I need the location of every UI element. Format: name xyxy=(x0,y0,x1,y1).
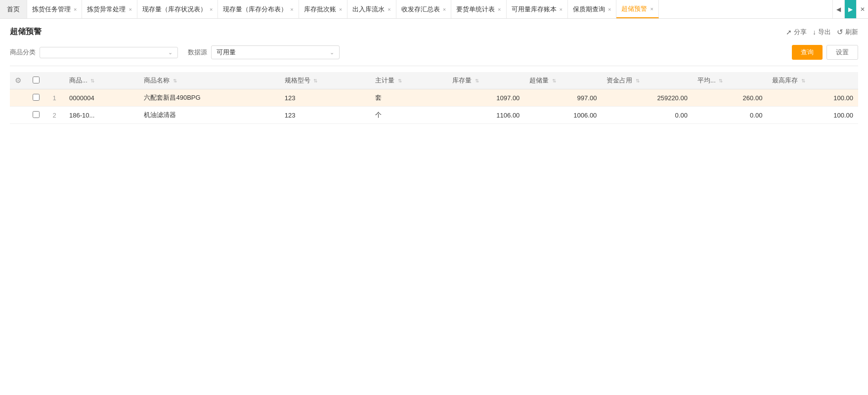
refresh-button[interactable]: ↺ 刷新 xyxy=(837,28,858,37)
table-header-row: ⚙ 商品... ⇅ 商品名称 ⇅ 规格型号 ⇅ xyxy=(10,72,858,89)
td-product-code-0: 0000004 xyxy=(64,89,139,107)
th-avg[interactable]: 平均... ⇅ xyxy=(693,72,767,89)
nav-tab-label-tab8: 要货单统计表 xyxy=(456,5,495,14)
td-checkbox-0[interactable] xyxy=(28,89,44,107)
th-product-code[interactable]: 商品... ⇅ xyxy=(64,72,139,89)
row-checkbox-0[interactable] xyxy=(33,94,40,101)
export-label: 导出 xyxy=(818,28,831,37)
th-spec-label: 规格型号 xyxy=(285,77,310,84)
nav-tab-close-tab10[interactable]: × xyxy=(608,6,611,12)
nav-tab-tab4[interactable]: 现存量（库存分布表）× xyxy=(218,0,299,18)
nav-arrows: ◀ ▶ ✕ xyxy=(832,0,868,18)
nav-tab-tab3[interactable]: 现存量（库存状况表）× xyxy=(137,0,218,18)
th-unit-label: 主计量 xyxy=(375,77,394,84)
th-max-stock[interactable]: 最高库存 ⇅ xyxy=(767,72,858,89)
datasource-select[interactable]: 可用量 ⌄ xyxy=(211,45,340,59)
td-rownum-1: 2 xyxy=(44,107,64,124)
divider xyxy=(10,66,858,66)
settings-button[interactable]: 设置 xyxy=(826,45,858,60)
export-button[interactable]: ↓ 导出 xyxy=(813,28,831,37)
th-stock[interactable]: 库存量 ⇅ xyxy=(447,72,524,89)
row-checkbox-1[interactable] xyxy=(33,111,40,118)
th-gear[interactable]: ⚙ xyxy=(10,72,28,89)
nav-arrow-close[interactable]: ✕ xyxy=(856,0,868,18)
gear-icon[interactable]: ⚙ xyxy=(15,76,21,84)
nav-tab-label-tab3: 现存量（库存状况表） xyxy=(142,5,207,14)
td-max-stock-1: 100.00 xyxy=(767,107,858,124)
nav-tab-close-tab8[interactable]: × xyxy=(498,6,501,12)
nav-tab-close-tab4[interactable]: × xyxy=(290,6,293,12)
select-all-checkbox[interactable] xyxy=(33,77,40,83)
sort-icon-max-stock: ⇅ xyxy=(801,78,805,83)
category-select[interactable]: ⌄ xyxy=(40,47,178,58)
th-max-stock-label: 最高库存 xyxy=(772,77,798,84)
category-filter: 商品分类 ⌄ xyxy=(10,47,178,58)
td-avg-0: 260.00 xyxy=(693,89,767,107)
td-checkbox-1[interactable] xyxy=(28,107,44,124)
td-max-stock-0: 100.00 xyxy=(767,89,858,107)
nav-tab-close-tab5[interactable]: × xyxy=(339,6,342,12)
nav-tab-tab8[interactable]: 要货单统计表× xyxy=(451,0,506,18)
nav-tab-close-tab7[interactable]: × xyxy=(443,6,446,12)
td-product-name-0: 六配套新昌490BPG xyxy=(139,89,279,107)
nav-tab-label-tab2: 拣货异常处理 xyxy=(87,5,126,14)
nav-tab-label-tab5: 库存批次账 xyxy=(304,5,336,14)
nav-home[interactable]: 首页 xyxy=(0,0,27,18)
nav-arrow-left[interactable]: ◀ xyxy=(832,0,844,18)
nav-tab-tab7[interactable]: 收发存汇总表× xyxy=(396,0,451,18)
th-stock-label: 库存量 xyxy=(452,77,472,84)
th-spec[interactable]: 规格型号 ⇅ xyxy=(280,72,371,89)
category-chevron-icon: ⌄ xyxy=(168,49,173,56)
nav-tab-close-tab1[interactable]: × xyxy=(74,6,77,12)
data-table: ⚙ 商品... ⇅ 商品名称 ⇅ 规格型号 ⇅ xyxy=(10,72,858,124)
td-stock-1: 1106.00 xyxy=(447,107,524,124)
table-body: 1 0000004 六配套新昌490BPG 123 套 1097.00 997.… xyxy=(10,89,858,124)
sort-icon-unit: ⇅ xyxy=(398,78,402,83)
th-checkbox[interactable] xyxy=(28,72,44,89)
nav-tab-label-tab6: 出入库流水 xyxy=(352,5,385,14)
th-unit[interactable]: 主计量 ⇅ xyxy=(370,72,447,89)
th-overflow[interactable]: 超储量 ⇅ xyxy=(524,72,602,89)
nav-arrow-right[interactable]: ▶ xyxy=(844,0,856,18)
nav-tab-close-tab11[interactable]: × xyxy=(650,6,653,12)
td-unit-1: 个 xyxy=(370,107,447,124)
nav-tab-close-tab6[interactable]: × xyxy=(388,6,391,12)
th-product-code-label: 商品... xyxy=(69,77,87,84)
td-overflow-0: 997.00 xyxy=(524,89,602,107)
datasource-value: 可用量 xyxy=(217,48,236,57)
nav-tab-close-tab3[interactable]: × xyxy=(210,6,213,12)
refresh-label: 刷新 xyxy=(845,28,858,37)
th-product-name[interactable]: 商品名称 ⇅ xyxy=(139,72,279,89)
share-button[interactable]: ➚ 分享 xyxy=(786,28,807,37)
th-avg-label: 平均... xyxy=(697,77,716,84)
page-title: 超储预警 xyxy=(10,27,42,37)
nav-tab-tab6[interactable]: 出入库流水× xyxy=(347,0,396,18)
nav-tab-tab2[interactable]: 拣货异常处理× xyxy=(82,0,137,18)
sort-icon-product-name: ⇅ xyxy=(173,78,177,83)
nav-tab-close-tab9[interactable]: × xyxy=(560,6,563,12)
nav-home-label: 首页 xyxy=(7,5,20,14)
td-capital-1: 0.00 xyxy=(602,107,693,124)
th-overflow-label: 超储量 xyxy=(529,77,549,84)
nav-tab-tab5[interactable]: 库存批次账× xyxy=(299,0,347,18)
td-gear-0 xyxy=(10,89,28,107)
datasource-chevron-icon: ⌄ xyxy=(330,49,334,56)
td-spec-1: 123 xyxy=(280,107,371,124)
td-stock-0: 1097.00 xyxy=(447,89,524,107)
nav-tab-label-tab11: 超储预警 xyxy=(621,4,647,13)
nav-tab-label-tab10: 保质期查询 xyxy=(573,5,605,14)
th-rownum xyxy=(44,72,64,89)
td-product-code-1: 186-10... xyxy=(64,107,139,124)
nav-tab-tab1[interactable]: 拣货任务管理× xyxy=(27,0,82,18)
td-spec-0: 123 xyxy=(280,89,371,107)
th-product-name-label: 商品名称 xyxy=(144,77,170,84)
td-product-name-1: 机油滤清器 xyxy=(139,107,279,124)
th-capital[interactable]: 资金占用 ⇅ xyxy=(602,72,693,89)
nav-tab-close-tab2[interactable]: × xyxy=(129,6,131,12)
nav-tab-tab11[interactable]: 超储预警× xyxy=(616,0,658,18)
td-capital-0: 259220.00 xyxy=(602,89,693,107)
nav-tab-label-tab4: 现存量（库存分布表） xyxy=(223,5,287,14)
nav-tab-tab10[interactable]: 保质期查询× xyxy=(568,0,616,18)
nav-tab-tab9[interactable]: 可用量库存账本× xyxy=(507,0,568,18)
query-button[interactable]: 查询 xyxy=(792,45,823,60)
